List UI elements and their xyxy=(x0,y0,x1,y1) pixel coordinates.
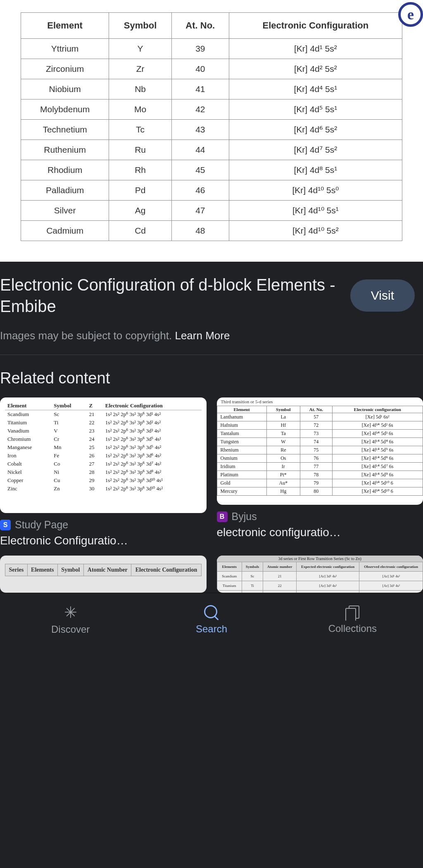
table-row: NiobiumNb41[Kr] 4d⁴ 5s¹ xyxy=(21,79,402,99)
related-thumbnail: ElementSymbolZElectronic ConfigurationSc… xyxy=(0,397,207,513)
discover-icon: ✳ xyxy=(64,605,77,620)
table-row: ManganeseMn251s² 2s² 2p⁶ 3s² 3p⁶ 3d⁵ 4s² xyxy=(5,443,202,452)
nav-search[interactable]: Search xyxy=(141,593,282,646)
table-row: LanthanumLa57[Xe] 5d¹ 6s² xyxy=(217,413,423,421)
related-thumbnail: SeriesElementsSymbolAtomic NumberElectro… xyxy=(0,556,207,593)
related-cards-row-2: SeriesElementsSymbolAtomic NumberElectro… xyxy=(0,556,423,593)
table-row: RhodiumRh45[Kr] 4d⁸ 5s¹ xyxy=(21,160,402,180)
table-row: VanadiumV23[Ar] 3d³ 4s²[Ar] 3d³ 4s² xyxy=(217,591,423,593)
table-header: Z xyxy=(86,402,102,410)
related-thumbnail: 3d series or First Row Transition Series… xyxy=(217,556,423,593)
table-row: GoldAu*79[Xe] 4f¹⁴ 5d¹⁰ 6 xyxy=(217,479,423,487)
table-header: Elements xyxy=(217,562,242,572)
table-row: MolybdenumMo42[Kr] 4d⁵ 5s¹ xyxy=(21,99,402,120)
table-row: ZincZn301s² 2s² 2p⁶ 3s² 3p⁶ 3d¹⁰ 4s² xyxy=(5,485,202,493)
table-row: HafniumHf72[Xe] 4f¹⁴ 5d² 6s xyxy=(217,421,423,430)
nav-collections[interactable]: Collections xyxy=(282,593,423,646)
table-row: ZirconiumZr40[Kr] 4d² 5s² xyxy=(21,59,402,79)
elements-table: ElementSymbolAt. No.Electronic Configura… xyxy=(21,12,402,241)
card-source-label: Byjus xyxy=(232,511,257,523)
table-row: PalladiumPd46[Kr] 4d¹⁰ 5s⁰ xyxy=(21,180,402,201)
table-header: Electronic Configuration xyxy=(103,402,202,410)
table-row: IronFe261s² 2s² 2p⁶ 3s² 3p⁶ 3d⁶ 4s² xyxy=(5,452,202,460)
table-row: TantalumTa73[Xe] 4f¹⁴ 5d³ 6s xyxy=(217,430,423,438)
related-content-heading: Related content xyxy=(0,355,423,397)
table-header: At. No. xyxy=(171,13,229,39)
table-header: Atomic number xyxy=(263,562,297,572)
table-header: At. No. xyxy=(300,406,332,413)
studypage-favicon-icon: S xyxy=(0,520,11,530)
bottom-nav: ✳ Discover Search Collections xyxy=(0,593,423,646)
table-row: NickelNi281s² 2s² 2p⁶ 3s² 3p⁶ 3d⁸ 4s² xyxy=(5,468,202,476)
nav-discover[interactable]: ✳ Discover xyxy=(0,593,141,646)
table-header: Electronic Configuration xyxy=(229,13,402,39)
learn-more-link[interactable]: Learn More xyxy=(175,329,230,342)
table-row: ScandiumSc21[Ar] 3d¹ 4s²[Ar] 3d¹ 4s² xyxy=(217,572,423,581)
table-row: YttriumY39[Kr] 4d¹ 5s² xyxy=(21,39,402,59)
card-title: Electronic Configuratio… xyxy=(0,534,207,547)
table-row: OsmiumOs76[Xe] 4f¹⁴ 5d⁶ 6s xyxy=(217,454,423,463)
collections-icon xyxy=(345,605,359,620)
table-header: Element xyxy=(21,13,109,39)
table-row: SilverAg47[Kr] 4d¹⁰ 5s¹ xyxy=(21,201,402,221)
table-row: TechnetiumTc43[Kr] 4d⁶ 5s² xyxy=(21,120,402,140)
table-row: CobaltCo271s² 2s² 2p⁶ 3s² 3p⁶ 3d⁷ 4s² xyxy=(5,460,202,468)
card-source: B Byjus xyxy=(217,511,423,523)
table-row: RutheniumRu44[Kr] 4d⁷ 5s² xyxy=(21,140,402,160)
card-title: electronic configuratio… xyxy=(217,526,423,539)
table-row: ScandiumSc211s² 2s² 2p⁶ 3s² 3p⁶ 3d¹ 4s² xyxy=(5,410,202,419)
table-row: ChromiumCr241s² 2s² 2p⁶ 3s² 3p⁶ 3d⁵ 4s¹ xyxy=(5,435,202,443)
table-header: Element xyxy=(217,406,266,413)
table-header: Elements xyxy=(27,564,57,576)
main-image-preview[interactable]: e ElementSymbolAt. No.Electronic Configu… xyxy=(0,0,423,262)
table-row: MercuryHg80[Xe] 4f¹⁴ 5d¹⁰ 6 xyxy=(217,487,423,496)
related-card[interactable]: SeriesElementsSymbolAtomic NumberElectro… xyxy=(0,556,207,593)
table-header: Symbols xyxy=(242,562,263,572)
table-row: PlatinumPt*78[Xe] 4f¹⁴ 5d⁹ 6s xyxy=(217,471,423,479)
image-info-section: Electronic Configuration of d-block Elem… xyxy=(0,262,423,355)
related-card[interactable]: ElementSymbolZElectronic ConfigurationSc… xyxy=(0,397,207,547)
table-row: TitaniumTi221s² 2s² 2p⁶ 3s² 3p⁶ 3d² 4s² xyxy=(5,419,202,427)
table-header: Electronic Configuration xyxy=(131,564,201,576)
table-row: CadmiumCd48[Kr] 4d¹⁰ 5s² xyxy=(21,221,402,241)
table-row: RheniumRe75[Xe] 4f¹⁴ 5d⁵ 6s xyxy=(217,446,423,454)
table-header: Symbol xyxy=(266,406,300,413)
table-row: TitaniumTi22[Ar] 3d² 4s²[Ar] 3d² 4s² xyxy=(217,581,423,591)
table-header: Element xyxy=(5,402,51,410)
table-header: Electronic configuration xyxy=(332,406,423,413)
table-header: Symbol xyxy=(57,564,83,576)
table-header: Expected electronic configuration xyxy=(297,562,359,572)
copyright-notice: Images may be subject to copyright. Lear… xyxy=(0,329,423,342)
related-card[interactable]: Third transition or 5-d series ElementSy… xyxy=(217,397,423,547)
related-card[interactable]: 3d series or First Row Transition Series… xyxy=(217,556,423,593)
card-source-label: Study Page xyxy=(15,519,68,531)
table-row: IridiumIr77[Xe] 4f¹⁴ 5d⁷ 6s xyxy=(217,463,423,471)
table-header: Observed electronic configuration xyxy=(359,562,423,572)
table-row: VanadiumV231s² 2s² 2p⁶ 3s² 3p⁶ 3d³ 4s² xyxy=(5,427,202,435)
table-row: TungstenW74[Xe] 4f¹⁴ 5d⁴ 6s xyxy=(217,438,423,446)
visit-button[interactable]: Visit xyxy=(350,279,415,312)
embibe-logo-icon: e xyxy=(398,2,423,27)
table-header: Atomic Number xyxy=(83,564,131,576)
related-cards-row: ElementSymbolZElectronic ConfigurationSc… xyxy=(0,397,423,556)
table-header: Series xyxy=(5,564,28,576)
page-title[interactable]: Electronic Configuration of d-block Elem… xyxy=(0,274,342,317)
table-row: CopperCu291s² 2s² 2p⁶ 3s² 3p⁶ 3d¹⁰ 4s¹ xyxy=(5,476,202,485)
search-icon xyxy=(204,605,219,620)
byjus-favicon-icon: B xyxy=(217,511,228,522)
table-header: Symbol xyxy=(51,402,86,410)
related-thumbnail: Third transition or 5-d series ElementSy… xyxy=(217,397,423,505)
table-header: Symbol xyxy=(109,13,172,39)
card-source: S Study Page xyxy=(0,519,207,531)
